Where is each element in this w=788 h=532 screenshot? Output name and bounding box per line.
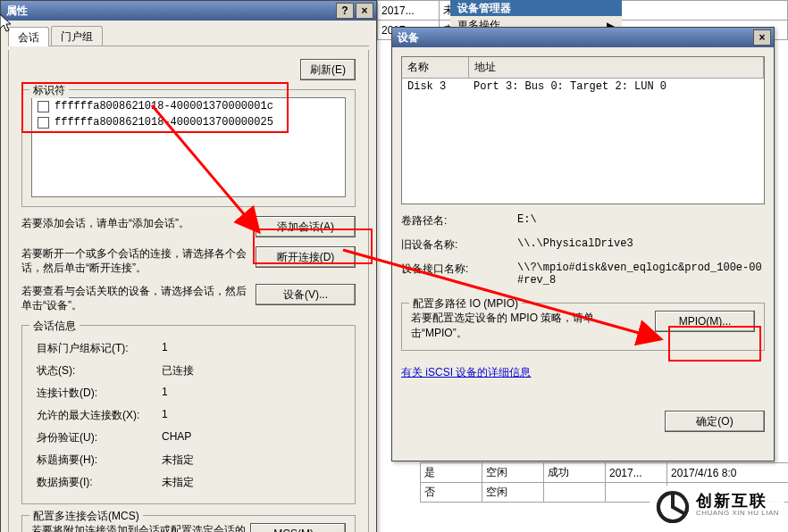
table-row[interactable]: Disk 3 Port 3: Bus 0: Target 2: LUN 0	[402, 79, 764, 95]
mcs-legend: 配置多连接会话(MCS)	[29, 509, 143, 524]
devices-text: 若要查看与会话关联的设备，请选择会话，然后单击“设备”。	[21, 284, 254, 312]
list-item[interactable]: ffffffa8008621018-4000013700000025	[32, 114, 345, 130]
properties-dialog: 属性 ? × 会话 门户组 刷新(E) 标识符	[0, 0, 377, 532]
column-header-name[interactable]: 名称	[402, 57, 469, 78]
logo-icon	[655, 489, 691, 525]
watermark-logo: 创新互联 CHUANG XIN HU LIAN	[650, 486, 784, 528]
window-title: 设备	[398, 30, 419, 46]
legacy-device-name-label: 旧设备名称:	[401, 237, 517, 253]
devices-button[interactable]: 设备(V)...	[256, 284, 356, 305]
devices-dialog: 设备 × 名称 地址 Disk 3 Port 3: Bus 0: Target …	[391, 27, 775, 461]
column-header-address[interactable]: 地址	[469, 57, 764, 78]
disconnect-text: 若要断开一个或多个会话的连接，请选择各个会话，然后单击“断开连接”。	[21, 246, 254, 275]
session-info-legend: 会话信息	[29, 319, 80, 334]
disconnect-button[interactable]: 断开连接(D)	[256, 246, 356, 268]
volume-path-value: E:\	[517, 213, 765, 226]
device-address: Port 3: Bus 0: Target 2: LUN 0	[468, 80, 764, 93]
close-icon[interactable]: ×	[356, 3, 373, 19]
device-name: Disk 3	[402, 80, 468, 93]
checkbox-icon[interactable]	[38, 117, 49, 129]
identifier-groupbox-legend: 标识符	[29, 83, 69, 98]
checkbox-icon[interactable]	[38, 101, 49, 112]
list-item[interactable]: ffffffa8008621018-400001370000001c	[32, 98, 345, 114]
close-icon[interactable]: ×	[753, 29, 771, 46]
titlebar[interactable]: 设备 ×	[392, 28, 774, 47]
iscsi-device-details-link[interactable]: 有关 iSCSI 设备的详细信息	[401, 366, 531, 378]
add-session-button[interactable]: 添加会话(A)	[256, 216, 356, 237]
ok-button[interactable]: 确定(O)	[665, 411, 765, 432]
mcs-text: 若要将附加连接添加到会话或配置选定会话的 MCS 策略，请单击“MCS”。	[31, 523, 250, 532]
session-id: ffffffa8008621018-4000013700000025	[54, 116, 273, 129]
titlebar[interactable]: 属性 ? ×	[1, 1, 376, 21]
legacy-device-name-value: \\.\PhysicalDrive3	[517, 237, 765, 250]
device-interface-name-label: 设备接口名称:	[401, 262, 517, 277]
tab-portal-group[interactable]: 门户组	[51, 26, 103, 46]
background-device-manager-menu: 设备管理器 更多操作 ▶	[450, 0, 622, 27]
add-session-text: 若要添加会话，请单击“添加会话”。	[21, 216, 254, 230]
refresh-button[interactable]: 刷新(E)	[300, 59, 356, 80]
svg-marker-0	[0, 14, 11, 31]
device-interface-name-value: \\?\mpio#disk&ven_eqlogic&prod_100e-00#r…	[517, 262, 765, 287]
session-info-table: 目标门户组标记(T):1 状态(S):已连接 连接计数(D):1 允许的最大连接…	[31, 337, 346, 495]
mpio-button[interactable]: MPIO(M)...	[655, 311, 755, 332]
mcs-button[interactable]: MCS(M)...	[250, 523, 346, 532]
mpio-legend: 配置多路径 IO (MPIO)	[409, 296, 522, 312]
mpio-text: 若要配置选定设备的 MPIO 策略，请单击“MPIO”。	[411, 311, 599, 341]
volume-path-label: 卷路径名:	[401, 213, 517, 229]
session-identifier-list[interactable]: ffffffa8008621018-400001370000001c fffff…	[31, 97, 346, 197]
help-button[interactable]: ?	[336, 3, 354, 19]
session-id: ffffffa8008621018-400001370000001c	[54, 100, 273, 112]
device-listview[interactable]: 名称 地址 Disk 3 Port 3: Bus 0: Target 2: LU…	[401, 56, 765, 204]
tab-strip: 会话 门户组	[8, 26, 369, 46]
